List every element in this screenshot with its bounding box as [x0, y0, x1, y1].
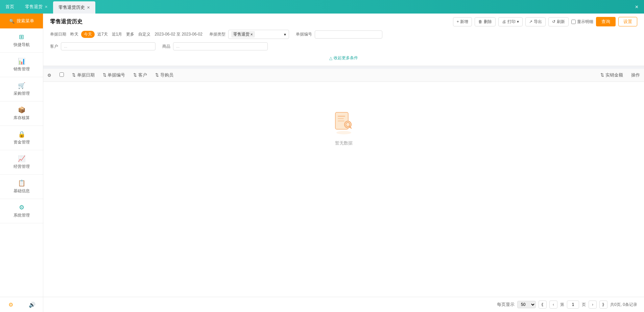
sidebar-search[interactable]: 🔍 搜索菜单: [0, 14, 43, 28]
tab-retail-return[interactable]: 零售退货 ✕: [20, 0, 53, 14]
sales-icon: 📊: [18, 58, 25, 65]
col-doc-date[interactable]: ⇅ 单据日期: [68, 69, 99, 82]
col-checkbox: [55, 69, 68, 82]
date-btn-group: 昨天 今天 近7天 近1月 更多 自定义: [69, 31, 152, 38]
export-button[interactable]: ↗ 导出: [525, 17, 546, 26]
doc-no-label: 单据编号: [296, 31, 312, 37]
page-label: 页: [582, 302, 586, 308]
tab-retail-return-history[interactable]: 零售退货历史 ✕: [53, 1, 95, 14]
date-btn-yesterday[interactable]: 昨天: [69, 31, 80, 38]
sidebar-item-operations[interactable]: 📈 经营管理: [0, 150, 43, 175]
col-customer[interactable]: ⇅ 客户: [129, 69, 151, 82]
first-page-btn[interactable]: ⟪: [539, 300, 547, 309]
pagination-bar: 每页显示 50 10 20 100 ⟪ ‹ 第 页 › ⟫ 共0页, 0条记录: [43, 297, 644, 312]
col-operation: 操作: [627, 69, 644, 82]
toolbar: + 新增 🗑 删除 🖨 打印 ▾ ↗ 导出 ↺: [453, 17, 637, 26]
doc-type-dropdown-icon: ▾: [284, 32, 286, 37]
col-guide[interactable]: ⇅ 导购员: [151, 69, 177, 82]
quick-nav-icon: ⊞: [19, 33, 24, 41]
search-icon: 🔍: [9, 19, 15, 24]
table-header-row: ⚙ ⇅ 单据日期 ⇅ 单据编号: [43, 69, 644, 82]
date-btn-today[interactable]: 今天: [81, 31, 95, 38]
print-dropdown-icon: ▾: [517, 19, 519, 24]
empty-state-icon: [330, 109, 357, 136]
customer-label: 客户: [50, 44, 58, 49]
page-title-row: 零售退货历史 + 新增 🗑 删除 🖨 打印 ▾ ↗ 导出: [50, 17, 637, 26]
empty-state-row: 暂无数据: [43, 82, 644, 174]
doc-type-tag-close[interactable]: ×: [251, 32, 253, 37]
date-btn-custom[interactable]: 自定义: [137, 31, 152, 38]
refresh-icon: ↺: [552, 19, 555, 24]
show-detail-checkbox-label[interactable]: 显示明细: [571, 19, 593, 25]
per-page-label: 每页显示: [497, 302, 515, 308]
tab-retail-return-history-close[interactable]: ✕: [87, 5, 90, 10]
show-detail-checkbox[interactable]: [571, 20, 576, 24]
system-icon: ⚙: [19, 204, 24, 211]
filter-row-1: 单据日期 昨天 今天 近7天 近1月 更多 自定义 2023-06-02 至 2…: [50, 30, 637, 39]
date-btn-1month[interactable]: 近1月: [111, 31, 124, 38]
col-settings[interactable]: ⚙: [43, 69, 55, 82]
collapse-btn[interactable]: △ 收起更多条件: [50, 54, 637, 62]
new-button[interactable]: + 新增: [453, 17, 472, 26]
svg-rect-3: [338, 116, 345, 117]
print-button[interactable]: 🖨 打印 ▾: [498, 17, 523, 26]
finance-icon: 🔒: [18, 131, 25, 138]
topbar-close[interactable]: ✕: [635, 4, 644, 9]
doc-date-label: 单据日期: [50, 31, 66, 37]
svg-point-0: [336, 131, 351, 134]
basic-info-icon: 📋: [18, 179, 25, 187]
filter-doc-type-group: 单据类型 零售退货 × ▾: [209, 30, 289, 39]
doc-type-tag: 零售退货 ×: [231, 31, 255, 38]
svg-rect-4: [338, 118, 344, 119]
sidebar: 🔍 搜索菜单 ⊞ 快捷导航 📊 销售管理 🛒 采购管理 📦 库存核算 🔒 资金管…: [0, 14, 43, 312]
doc-type-label: 单据类型: [209, 31, 225, 37]
date-btn-more[interactable]: 更多: [125, 31, 136, 38]
main-layout: 🔍 搜索菜单 ⊞ 快捷导航 📊 销售管理 🛒 采购管理 📦 库存核算 🔒 资金管…: [0, 14, 644, 312]
total-info: 共0页, 0条记录: [610, 302, 637, 308]
page-number-input[interactable]: [567, 300, 579, 309]
delete-button[interactable]: 🗑 删除: [475, 17, 496, 26]
empty-text: 暂无数据: [335, 140, 353, 146]
tab-home[interactable]: 首页: [0, 0, 20, 14]
setting-button[interactable]: 设置: [618, 17, 637, 26]
last-page-btn[interactable]: ⟫: [599, 300, 607, 309]
page-title: 零售退货历史: [50, 18, 82, 25]
sidebar-item-quick-nav[interactable]: ⊞ 快捷导航: [0, 28, 43, 53]
svg-rect-5: [338, 120, 344, 121]
select-all-checkbox[interactable]: [59, 72, 64, 77]
filter-product-group: 商品 ...: [162, 42, 268, 50]
sidebar-settings-btn[interactable]: ⚙: [0, 297, 22, 312]
col-actual-amount[interactable]: ⇅ 实销金额: [596, 69, 627, 82]
prev-page-btn[interactable]: ‹: [549, 300, 557, 309]
sidebar-item-inventory[interactable]: 📦 库存核算: [0, 102, 43, 126]
doc-no-input[interactable]: [315, 30, 382, 39]
collapse-icon: △: [329, 56, 332, 61]
date-btn-7days[interactable]: 近7天: [96, 31, 109, 38]
delete-icon: 🗑: [478, 19, 482, 24]
next-page-btn[interactable]: ›: [589, 300, 597, 309]
filter-area: 单据日期 昨天 今天 近7天 近1月 更多 自定义 2023-06-02 至 2…: [50, 30, 637, 66]
page-header: 零售退货历史 + 新增 🗑 删除 🖨 打印 ▾ ↗ 导出: [43, 14, 644, 66]
inventory-icon: 📦: [18, 106, 25, 114]
refresh-button[interactable]: ↺ 刷新: [548, 17, 569, 26]
main-content: 零售退货历史 + 新增 🗑 删除 🖨 打印 ▾ ↗ 导出: [43, 14, 644, 312]
export-icon: ↗: [529, 19, 532, 24]
customer-input[interactable]: ...: [61, 42, 156, 50]
page-word: 第: [560, 302, 564, 308]
doc-type-select[interactable]: 零售退货 × ▾: [228, 30, 289, 39]
sidebar-audio-btn[interactable]: 🔊: [22, 297, 43, 312]
sidebar-bottom: ⚙ 🔊: [0, 297, 43, 312]
print-icon: 🖨: [502, 19, 506, 24]
product-input[interactable]: ...: [173, 42, 268, 50]
query-button[interactable]: 查询: [596, 17, 616, 26]
filter-row-2: 客户 ... 商品 ...: [50, 42, 637, 50]
product-label: 商品: [162, 44, 170, 49]
sidebar-item-purchase[interactable]: 🛒 采购管理: [0, 77, 43, 102]
per-page-select[interactable]: 50 10 20 100: [517, 301, 536, 308]
sidebar-item-system[interactable]: ⚙ 系统管理: [0, 199, 43, 223]
sidebar-item-basic-info[interactable]: 📋 基础信息: [0, 175, 43, 199]
sidebar-item-finance[interactable]: 🔒 资金管理: [0, 126, 43, 150]
sidebar-item-sales[interactable]: 📊 销售管理: [0, 53, 43, 77]
col-doc-no[interactable]: ⇅ 单据编号: [99, 69, 129, 82]
tab-retail-return-close[interactable]: ✕: [45, 5, 48, 9]
